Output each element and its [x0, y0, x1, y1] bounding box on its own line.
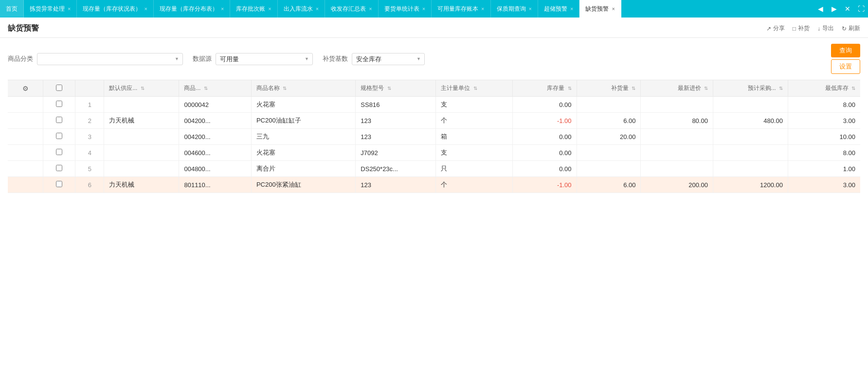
- row-name-3: 火花塞: [251, 145, 355, 161]
- query-button[interactable]: 查询: [831, 44, 860, 57]
- row-name-2: 三九: [251, 129, 355, 145]
- tab-available-ledger[interactable]: 可用量库存账本 ×: [432, 0, 490, 18]
- filter-bar: 商品分类 数据源 可用量 库存量 补货基数 安全库存 最低库存: [0, 38, 868, 80]
- row-checkbox-2[interactable]: [56, 133, 62, 139]
- refresh-icon: ↻: [842, 25, 847, 32]
- row-code-3: 004600...: [179, 145, 251, 161]
- sort-min-stock-icon[interactable]: ⇅: [851, 86, 855, 91]
- tab-stock-dist[interactable]: 现存量（库存分布表） ×: [154, 0, 230, 18]
- tab-close-abnormal[interactable]: ×: [68, 6, 71, 12]
- tab-close-stock-dist[interactable]: ×: [221, 6, 224, 12]
- sort-stock-icon[interactable]: ⇅: [568, 86, 572, 91]
- col-header-stock: 库存量 ⇅: [512, 80, 577, 97]
- row-code-0: 0000042: [179, 97, 251, 113]
- sort-supplier-icon[interactable]: ⇅: [141, 86, 145, 91]
- tab-close-requisition-stat[interactable]: ×: [422, 6, 425, 12]
- tab-overstock-warning[interactable]: 超储预警 ×: [538, 0, 579, 18]
- tab-close-batch-account[interactable]: ×: [268, 6, 271, 12]
- tab-bar: 首页 拣货异常处理 × 现存量（库存状况表） × 现存量（库存分布表） × 库存…: [0, 0, 868, 18]
- row-estimated-3: [713, 145, 788, 161]
- tab-close-inout-flow[interactable]: ×: [316, 6, 319, 12]
- row-checkbox-1[interactable]: [56, 117, 62, 123]
- col-header-num: [75, 80, 104, 97]
- row-unit-3: 支: [436, 145, 512, 161]
- category-select-wrapper: [37, 53, 183, 65]
- tab-requisition-stat[interactable]: 要货单统计表 ×: [379, 0, 432, 18]
- tab-close-stock-status[interactable]: ×: [144, 6, 147, 12]
- row-unit-1: 个: [436, 113, 512, 129]
- row-num-0: 1: [75, 97, 104, 113]
- settings-button[interactable]: 设置: [831, 59, 860, 74]
- tab-expiry-query[interactable]: 保质期查询 ×: [491, 0, 538, 18]
- row-supplier-4: [104, 161, 179, 177]
- row-supplement-2: 20.00: [577, 129, 641, 145]
- col-header-name: 商品名称 ⇅: [251, 80, 355, 97]
- tab-next-button[interactable]: ▶: [827, 0, 841, 18]
- row-spec-3: J7092: [356, 145, 436, 161]
- tab-stock-status[interactable]: 现存量（库存状况表） ×: [77, 0, 153, 18]
- row-unit-4: 只: [436, 161, 512, 177]
- share-action[interactable]: ↗ 分享: [766, 24, 785, 33]
- table-body: 1 0000042 火花塞 SS816 支 0.00 8.00 2 力天机械 0…: [8, 97, 860, 193]
- table-row: 5 004800... 离合片 DS250*23c... 只 0.00 1.00: [8, 161, 860, 177]
- sort-spec-icon[interactable]: ⇅: [387, 86, 391, 91]
- sort-supplement-icon[interactable]: ⇅: [632, 86, 635, 91]
- tab-close-receive-summary[interactable]: ×: [369, 6, 372, 12]
- row-settings-5: [8, 177, 43, 193]
- row-supplier-2: [104, 129, 179, 145]
- tab-prev-button[interactable]: ◀: [814, 0, 827, 18]
- row-spec-1: 123: [356, 113, 436, 129]
- row-latest-price-0: [641, 97, 713, 113]
- tab-close-all-button[interactable]: ✕: [841, 0, 854, 18]
- category-select[interactable]: [37, 53, 183, 65]
- category-filter-group: 商品分类: [8, 53, 183, 65]
- supplement-action[interactable]: □ 补货: [793, 24, 810, 33]
- sort-latest-price-icon[interactable]: ⇅: [704, 86, 708, 91]
- col-header-checkbox: [43, 80, 75, 97]
- tab-close-available-ledger[interactable]: ×: [481, 6, 484, 12]
- tab-inout-flow[interactable]: 出入库流水 ×: [278, 0, 325, 18]
- sort-code-icon[interactable]: ⇅: [204, 86, 208, 91]
- tab-fullscreen-button[interactable]: ⛶: [854, 0, 868, 18]
- row-latest-price-3: [641, 145, 713, 161]
- supplement-base-select[interactable]: 安全库存 最低库存: [352, 53, 425, 65]
- table-settings-gear[interactable]: ⚙: [22, 85, 29, 92]
- tab-close-expiry-query[interactable]: ×: [529, 6, 532, 12]
- sort-unit-icon[interactable]: ⇅: [473, 86, 477, 91]
- row-checkbox-cell-3: [43, 145, 75, 161]
- sort-estimated-icon[interactable]: ⇅: [779, 86, 783, 91]
- tab-batch-account[interactable]: 库存批次账 ×: [230, 0, 277, 18]
- share-icon: ↗: [766, 25, 771, 32]
- row-checkbox-0[interactable]: [56, 101, 62, 107]
- datasource-select[interactable]: 可用量 库存量: [216, 53, 313, 65]
- col-header-min-stock: 最低库存 ⇅: [788, 80, 860, 97]
- row-checkbox-5[interactable]: [56, 181, 62, 187]
- supplement-base-select-wrapper: 安全库存 最低库存: [352, 53, 425, 65]
- row-min-stock-2: 10.00: [788, 129, 860, 145]
- supplement-base-label: 补货基数: [323, 54, 348, 63]
- tab-receive-summary[interactable]: 收发存汇总表 ×: [325, 0, 378, 18]
- row-checkbox-3[interactable]: [56, 149, 62, 155]
- tab-close-overstock-warning[interactable]: ×: [570, 6, 573, 12]
- select-all-checkbox[interactable]: [56, 85, 62, 91]
- row-name-0: 火花塞: [251, 97, 355, 113]
- export-action[interactable]: ↓ 导出: [817, 24, 834, 33]
- tab-abnormal[interactable]: 拣货异常处理 ×: [24, 0, 77, 18]
- sort-name-icon[interactable]: ⇅: [283, 86, 287, 91]
- tab-close-shortage-warning[interactable]: ×: [612, 6, 615, 12]
- refresh-action[interactable]: ↻ 刷新: [842, 24, 860, 33]
- row-stock-0: 0.00: [512, 97, 577, 113]
- col-header-unit: 主计量单位 ⇅: [436, 80, 512, 97]
- tab-home[interactable]: 首页: [0, 0, 24, 18]
- row-unit-0: 支: [436, 97, 512, 113]
- page-container: 缺货预警 ↗ 分享 □ 补货 ↓ 导出 ↻ 刷新 商品分类: [0, 18, 868, 387]
- supplement-icon: □: [793, 25, 796, 32]
- datasource-label: 数据源: [193, 54, 212, 63]
- tab-shortage-warning[interactable]: 缺货预警 ×: [579, 0, 621, 18]
- row-checkbox-4[interactable]: [56, 165, 62, 171]
- row-stock-1: -1.00: [512, 113, 577, 129]
- col-header-spec: 规格型号 ⇅: [356, 80, 436, 97]
- table-row: 4 004600... 火花塞 J7092 支 0.00 8.00: [8, 145, 860, 161]
- row-name-4: 离合片: [251, 161, 355, 177]
- page-title: 缺货预警: [8, 23, 39, 34]
